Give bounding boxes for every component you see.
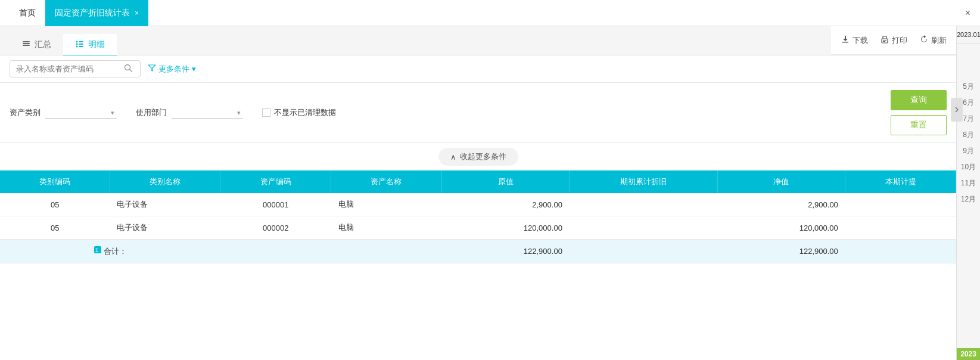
- svg-text:Σ: Σ: [95, 247, 99, 253]
- cleared-data-label: 不显示已清理数据: [274, 107, 336, 118]
- col-current-provision: 本期计提: [845, 170, 956, 193]
- svg-rect-1: [23, 43, 30, 44]
- month-item-11[interactable]: 11月: [957, 176, 979, 191]
- download-btn[interactable]: 下载: [841, 35, 868, 46]
- more-conditions-btn[interactable]: 更多条件 ▾: [148, 64, 196, 75]
- print-label: 打印: [892, 35, 907, 46]
- refresh-icon: [919, 35, 929, 46]
- category-select[interactable]: [45, 107, 117, 119]
- chevron-down-icon: ▾: [192, 64, 196, 73]
- cell-original-value: 2,900.00: [441, 193, 570, 216]
- svg-rect-0: [23, 41, 30, 42]
- total-net-value: 122,900.00: [717, 240, 845, 263]
- main-panel: 汇总 明细: [0, 26, 956, 360]
- print-icon: [880, 35, 889, 46]
- filter-icon: [148, 64, 156, 74]
- year-badge[interactable]: 2023: [957, 348, 980, 360]
- content-area: 汇总 明细: [0, 26, 980, 360]
- cell-net-value: 2,900.00: [717, 193, 845, 216]
- download-label: 下载: [853, 35, 868, 46]
- tab-label: 固定资产折旧统计表: [55, 8, 130, 18]
- col-category-name: 类别名称: [110, 170, 220, 193]
- table-row: 05 电子设备 000001 电脑 2,900.00 2,900.00: [0, 193, 956, 216]
- table-wrap: 类别编码 类别名称 资产编码 资产名称 原值 期初累计折旧 净值 本期计提 05…: [0, 170, 956, 360]
- query-btn[interactable]: 查询: [891, 90, 947, 110]
- category-filter: 资产类别: [10, 107, 117, 119]
- month-item-9[interactable]: 9月: [959, 144, 978, 159]
- total-original-value: 122,900.00: [441, 240, 570, 263]
- department-select-wrap[interactable]: [172, 107, 243, 119]
- cleared-data-checkbox[interactable]: [262, 108, 270, 117]
- col-category-code: 类别编码: [0, 170, 110, 193]
- col-asset-code: 资产编码: [220, 170, 331, 193]
- svg-rect-11: [883, 41, 885, 42]
- category-select-wrap[interactable]: [45, 107, 117, 119]
- cell-category-name: 电子设备: [110, 216, 220, 240]
- month-item-12[interactable]: 12月: [957, 192, 979, 207]
- search-input[interactable]: [16, 64, 123, 73]
- cell-acc-depreciation: [570, 216, 717, 240]
- svg-point-7: [76, 46, 78, 48]
- total-row: Σ 合计： 122,900.00 122,900.00: [0, 240, 956, 263]
- total-icon: Σ: [94, 247, 104, 256]
- download-icon: [841, 35, 850, 46]
- filter-row: 资产类别 使用部门: [10, 90, 947, 135]
- sidebar-expand-btn[interactable]: [951, 98, 963, 122]
- month-item-10[interactable]: 10月: [957, 160, 979, 175]
- total-current-provision: [845, 240, 956, 263]
- tab-summary[interactable]: 汇总: [10, 34, 63, 56]
- tab-detail[interactable]: 明细: [63, 34, 117, 56]
- cell-category-code: 05: [0, 216, 110, 240]
- svg-rect-6: [79, 44, 83, 45]
- collapse-label: 收起更多条件: [460, 151, 506, 162]
- cell-asset-name: 电脑: [331, 193, 442, 216]
- cell-net-value: 120,000.00: [717, 216, 845, 240]
- search-icon: [123, 63, 133, 75]
- col-net-value: 净值: [717, 170, 845, 193]
- list-icon: [75, 39, 85, 50]
- cell-asset-code: 000001: [220, 193, 331, 216]
- current-date: 2023.01: [957, 26, 980, 44]
- window-close-icon[interactable]: ×: [965, 8, 970, 18]
- sub-tabs: 汇总 明细: [0, 26, 831, 55]
- svg-point-3: [76, 41, 78, 43]
- print-btn[interactable]: 打印: [880, 35, 907, 46]
- layers-icon: [21, 39, 31, 50]
- total-acc-depreciation: [570, 240, 717, 263]
- total-empty1: [220, 240, 331, 263]
- reset-btn[interactable]: 重置: [891, 115, 947, 135]
- top-nav: 首页 固定资产折旧统计表 × ×: [0, 0, 980, 26]
- tab-close-icon[interactable]: ×: [135, 9, 139, 17]
- category-label: 资产类别: [10, 107, 41, 118]
- search-input-wrap[interactable]: [10, 60, 141, 77]
- collapse-btn[interactable]: ∧ 收起更多条件: [438, 148, 518, 166]
- nav-home[interactable]: 首页: [10, 8, 45, 18]
- cell-acc-depreciation: [570, 193, 717, 216]
- svg-rect-8: [79, 46, 83, 47]
- filter-area: 资产类别 使用部门: [0, 83, 956, 143]
- toolbar: 下载 打印 刷新: [831, 26, 956, 55]
- cell-category-name: 电子设备: [110, 193, 220, 216]
- col-acc-depreciation: 期初累计折旧: [570, 170, 717, 193]
- svg-line-13: [130, 70, 132, 72]
- cell-asset-name: 电脑: [331, 216, 442, 240]
- total-empty2: [331, 240, 442, 263]
- tab-detail-label: 明细: [88, 39, 105, 50]
- cell-asset-code: 000002: [220, 216, 331, 240]
- svg-rect-10: [883, 40, 886, 41]
- refresh-btn[interactable]: 刷新: [919, 35, 947, 46]
- svg-rect-2: [23, 45, 30, 46]
- month-item-5[interactable]: 5月: [959, 79, 978, 94]
- chevron-up-icon: ∧: [450, 153, 456, 162]
- filter-buttons: 查询 重置: [891, 90, 947, 135]
- collapse-row: ∧ 收起更多条件: [0, 143, 956, 170]
- svg-point-5: [76, 44, 78, 45]
- table-header-row: 类别编码 类别名称 资产编码 资产名称 原值 期初累计折旧 净值 本期计提: [0, 170, 956, 193]
- month-item-8[interactable]: 8月: [959, 128, 978, 142]
- active-tab[interactable]: 固定资产折旧统计表 ×: [45, 0, 148, 26]
- svg-rect-4: [79, 41, 83, 42]
- right-sidebar: 2023.01 5月 6月 7月 8月 9月 10月 11月 12月 2023: [956, 26, 980, 360]
- total-label-cell: Σ 合计：: [0, 240, 220, 263]
- department-select[interactable]: [172, 107, 243, 119]
- search-bar: 更多条件 ▾: [0, 55, 956, 83]
